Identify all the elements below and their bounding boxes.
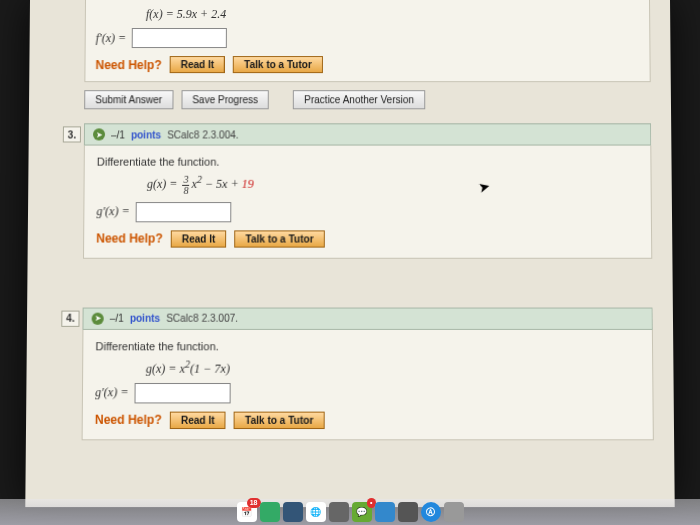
dock-app-icon[interactable]	[283, 502, 303, 522]
q4-header: 4. ➤ –/1 points SCalc8 2.3.007.	[82, 307, 652, 329]
talk-to-tutor-button[interactable]: Talk to a Tutor	[235, 230, 325, 247]
q3-points-link[interactable]: points	[131, 129, 161, 140]
q3-need-help: Need Help? Read It Talk to a Tutor	[96, 230, 639, 247]
q2-actions: Submit Answer Save Progress Practice Ano…	[84, 90, 651, 109]
expand-icon[interactable]: ➤	[93, 128, 105, 140]
dock-app-icon[interactable]	[375, 502, 395, 522]
read-it-button[interactable]: Read It	[171, 230, 227, 247]
talk-to-tutor-button[interactable]: Talk to a Tutor	[234, 411, 325, 428]
dock-app-icon[interactable]	[398, 502, 418, 522]
q3-source: SCalc8 2.3.004.	[167, 129, 238, 140]
save-progress-button[interactable]: Save Progress	[181, 90, 269, 109]
submit-answer-button[interactable]: Submit Answer	[84, 90, 173, 109]
expand-icon[interactable]: ➤	[92, 312, 104, 324]
q3-answer-label: g'(x) =	[96, 204, 129, 219]
calendar-badge: 18	[247, 498, 261, 508]
need-help-label: Need Help?	[96, 232, 163, 246]
q4-answer-row: g'(x) =	[95, 383, 640, 403]
dock-app-icon[interactable]	[329, 502, 349, 522]
q3-header: 3. ➤ –/1 points SCalc8 2.3.004.	[84, 123, 651, 145]
dock-messages-icon[interactable]: •💬	[352, 502, 372, 522]
q4-answer-label: g'(x) =	[95, 385, 128, 400]
q3-body: Differentiate the function. g(x) = 38x2 …	[83, 146, 652, 259]
q3-points-value: –/1	[111, 129, 125, 140]
q3-function: g(x) = 38x2 − 5x + 19	[147, 174, 639, 196]
screen: f(x) = 5.9x + 2.4 f'(x) = Need Help? Rea…	[25, 0, 674, 507]
q4-points-value: –/1	[110, 313, 124, 324]
q3-instruction: Differentiate the function.	[97, 156, 639, 168]
dock-app-icon[interactable]	[444, 502, 464, 522]
dock-appstore-icon[interactable]: Ⓐ	[421, 502, 441, 522]
q4-points-link[interactable]: points	[130, 313, 160, 324]
q2-answer-row: f'(x) =	[96, 28, 640, 48]
q4-source: SCalc8 2.3.007.	[166, 313, 238, 324]
need-help-label: Need Help?	[95, 58, 161, 72]
q4-instruction: Differentiate the function.	[95, 340, 640, 352]
need-help-label: Need Help?	[95, 413, 162, 427]
q2-need-help: Need Help? Read It Talk to a Tutor	[95, 56, 639, 73]
macos-dock: 18📅 🌐 •💬 Ⓐ	[0, 499, 700, 525]
q4-answer-input[interactable]	[134, 383, 230, 403]
q4-number: 4.	[61, 310, 79, 326]
practice-another-button[interactable]: Practice Another Version	[293, 90, 425, 109]
q2-answer-input[interactable]	[132, 28, 227, 48]
q2-function: f(x) = 5.9x + 2.4	[146, 7, 639, 22]
page-content: f(x) = 5.9x + 2.4 f'(x) = Need Help? Rea…	[26, 0, 674, 440]
dock-calendar-icon[interactable]: 18📅	[237, 502, 257, 522]
dock-chrome-icon[interactable]: 🌐	[306, 502, 326, 522]
q3-number: 3.	[63, 126, 81, 142]
talk-to-tutor-button[interactable]: Talk to a Tutor	[233, 56, 323, 73]
q3-answer-input[interactable]	[136, 202, 232, 222]
question-2-body: f(x) = 5.9x + 2.4 f'(x) = Need Help? Rea…	[84, 0, 650, 82]
q4-body: Differentiate the function. g(x) = x2(1 …	[82, 330, 654, 440]
q4-function: g(x) = x2(1 − 7x)	[146, 358, 640, 376]
read-it-button[interactable]: Read It	[170, 411, 226, 428]
q3-answer-row: g'(x) =	[96, 202, 638, 222]
read-it-button[interactable]: Read It	[170, 56, 226, 73]
dock-app-icon[interactable]	[260, 502, 280, 522]
q2-answer-label: f'(x) =	[96, 31, 126, 46]
q4-need-help: Need Help? Read It Talk to a Tutor	[95, 411, 641, 428]
